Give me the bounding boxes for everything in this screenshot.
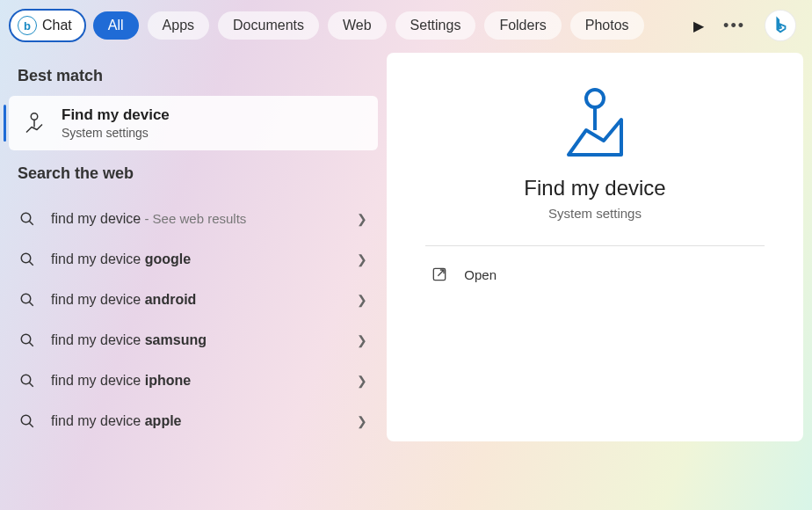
search-icon: [19, 292, 35, 308]
svg-point-5: [21, 294, 31, 303]
web-result-item[interactable]: find my device samsung ❯: [9, 320, 378, 361]
svg-point-11: [21, 415, 31, 425]
best-match-subtitle: System settings: [62, 126, 170, 140]
search-icon: [19, 211, 35, 227]
web-result-item[interactable]: find my device android ❯: [9, 280, 378, 320]
web-results-list: find my device - See web results ❯ find …: [9, 193, 378, 441]
open-action[interactable]: Open: [425, 246, 764, 302]
web-result-text: find my device google: [51, 251, 191, 267]
svg-point-1: [21, 213, 31, 222]
open-external-icon: [431, 266, 448, 283]
chevron-right-icon: ❯: [357, 252, 367, 266]
tab-settings[interactable]: Settings: [395, 11, 476, 40]
web-result-item[interactable]: find my device - See web results ❯: [9, 199, 378, 239]
svg-point-7: [21, 334, 31, 344]
svg-line-2: [29, 221, 33, 225]
top-bar: b Chat All Apps Documents Web Settings F…: [0, 0, 812, 53]
best-match-result[interactable]: Find my device System settings: [9, 96, 378, 150]
svg-point-3: [21, 253, 31, 263]
search-icon: [19, 413, 35, 429]
tab-web[interactable]: Web: [328, 11, 387, 40]
chevron-right-icon: ❯: [357, 333, 367, 347]
search-web-heading: Search the web: [9, 150, 378, 193]
svg-line-6: [29, 302, 33, 306]
web-result-text: find my device iphone: [51, 373, 191, 389]
tab-all[interactable]: All: [93, 11, 139, 40]
bing-logo-icon: [771, 16, 790, 35]
topbar-right: ▶ •••: [693, 10, 803, 41]
map-pin-icon: [21, 110, 47, 136]
best-match-title: Find my device: [62, 106, 170, 124]
chevron-right-icon: ❯: [357, 293, 367, 307]
open-label: Open: [464, 267, 497, 282]
tab-documents[interactable]: Documents: [218, 11, 319, 40]
detail-subtitle: System settings: [548, 206, 642, 221]
find-device-icon: [563, 86, 627, 158]
detail-pane: Find my device System settings Open: [387, 53, 803, 441]
scope-tabs: All Apps Documents Web Settings Folders …: [93, 11, 644, 40]
bing-button[interactable]: [765, 10, 796, 41]
chat-button[interactable]: b Chat: [9, 9, 86, 42]
web-result-item[interactable]: find my device google ❯: [9, 239, 378, 280]
chevron-right-icon: ❯: [357, 414, 367, 428]
main-area: Best match Find my device System setting…: [0, 53, 812, 441]
bing-icon: b: [18, 16, 37, 35]
search-icon: [19, 373, 35, 389]
tab-folders[interactable]: Folders: [484, 11, 561, 40]
svg-line-12: [29, 423, 33, 427]
web-result-text: find my device samsung: [51, 332, 207, 348]
svg-point-9: [21, 375, 31, 384]
tab-photos[interactable]: Photos: [570, 11, 644, 40]
chevron-right-icon: ❯: [357, 212, 367, 226]
svg-line-8: [29, 342, 33, 346]
search-icon: [19, 332, 35, 348]
best-match-heading: Best match: [9, 53, 378, 96]
play-icon[interactable]: ▶: [693, 18, 704, 34]
svg-line-10: [29, 382, 33, 387]
svg-point-13: [586, 90, 604, 107]
results-column: Best match Find my device System setting…: [9, 53, 378, 441]
svg-line-4: [29, 261, 33, 266]
web-result-item[interactable]: find my device apple ❯: [9, 401, 378, 441]
detail-title: Find my device: [524, 176, 665, 200]
chevron-right-icon: ❯: [357, 374, 367, 388]
svg-point-0: [31, 113, 38, 120]
web-result-text: find my device apple: [51, 413, 182, 429]
search-icon: [19, 251, 35, 267]
more-icon[interactable]: •••: [723, 17, 745, 35]
tab-apps[interactable]: Apps: [148, 11, 209, 40]
web-result-text: find my device - See web results: [51, 211, 246, 227]
web-result-item[interactable]: find my device iphone ❯: [9, 361, 378, 401]
chat-label: Chat: [42, 18, 72, 33]
best-match-text: Find my device System settings: [62, 106, 170, 140]
web-result-text: find my device android: [51, 292, 196, 308]
